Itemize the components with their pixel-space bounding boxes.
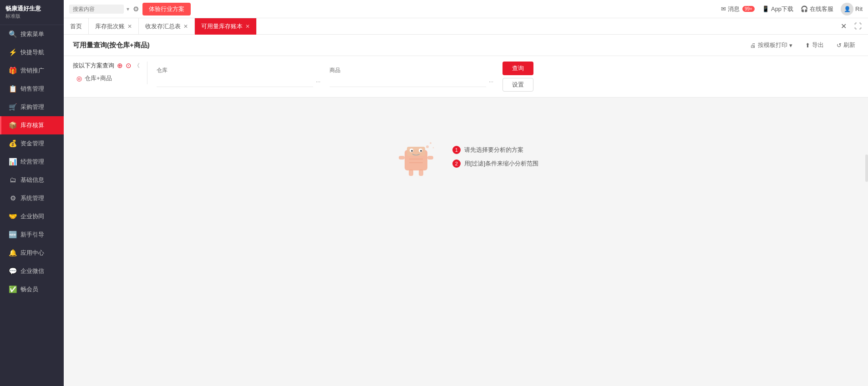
tab-batch-close[interactable]: ✕ — [127, 23, 132, 30]
tab-summary-close[interactable]: ✕ — [183, 23, 188, 30]
scheme-circle-icon: ◎ — [76, 75, 82, 82]
product-input[interactable] — [330, 76, 486, 87]
empty-tips: 1 请先选择要分析的方案 2 用[过滤]条件来缩小分析范围 — [452, 146, 538, 168]
right-scrollbar[interactable] — [865, 154, 868, 182]
system-icon: ⚙ — [9, 194, 17, 202]
sidebar-label-members: 畅会员 — [20, 285, 38, 293]
tab-batch[interactable]: 库存批次账 ✕ — [89, 18, 139, 35]
svg-rect-1 — [407, 147, 425, 156]
page-actions: 🖨 按模板打印 ▾ ⬆ 导出 ↺ 刷新 — [746, 39, 859, 51]
top-header-right: ✉ 消息 99+ 📱 App下载 🎧 在线客服 👤 Rit — [721, 3, 863, 15]
sidebar-item-marketing[interactable]: 🎁 营销推广 — [0, 62, 64, 80]
sidebar-item-wechat[interactable]: 💬 企业微信 — [0, 262, 64, 280]
top-header-left: ▾ ⚙ 体验行业方案 — [69, 3, 717, 15]
warehouse-input[interactable] — [157, 76, 313, 87]
sidebar-item-shortcut[interactable]: ⚡ 快捷导航 — [0, 43, 64, 62]
svg-point-13 — [430, 142, 431, 144]
product-label: 商品 — [330, 67, 493, 74]
trial-button[interactable]: 体验行业方案 — [142, 3, 191, 15]
sidebar-item-inventory[interactable]: 📦 库存核算 — [0, 116, 64, 134]
print-icon: 🖨 — [750, 42, 756, 49]
svg-point-12 — [426, 145, 429, 148]
sidebar-item-search[interactable]: 🔍 搜索菜单 — [0, 25, 64, 43]
tab-available[interactable]: 可用量库存账本 ✕ — [195, 18, 257, 35]
page-title: 可用量查询(按仓库+商品) — [73, 41, 150, 50]
message-icon: ✉ — [721, 5, 726, 12]
add-scheme-icon[interactable]: ⊕ — [117, 62, 123, 70]
sidebar-item-finance[interactable]: 💰 资金管理 — [0, 134, 64, 153]
messages-badge: 99+ — [742, 6, 755, 12]
sidebar-label-apps: 应用中心 — [20, 249, 44, 257]
print-button[interactable]: 🖨 按模板打印 ▾ — [746, 39, 796, 51]
main-area: ▾ ⚙ 体验行业方案 ✉ 消息 99+ 📱 App下载 🎧 在线客服 👤 — [64, 0, 868, 386]
filter-right-panel: 仓库 ··· 商品 ··· 查询 设置 — [157, 62, 859, 92]
tip-num-1: 1 — [452, 146, 461, 154]
sales-icon: 📋 — [9, 85, 17, 93]
tab-available-close[interactable]: ✕ — [245, 23, 250, 30]
sidebar: 畅康通好生意 标准版 🔍 搜索菜单 ⚡ 快捷导航 🎁 营销推广 📋 销售管理 🛒… — [0, 0, 64, 386]
collapse-arrow-icon[interactable]: 《 — [134, 62, 140, 70]
sidebar-item-apps[interactable]: 🔔 应用中心 — [0, 244, 64, 262]
sidebar-item-enterprise[interactable]: 🤝 企业协同 — [0, 207, 64, 226]
sidebar-item-operations[interactable]: 📊 经营管理 — [0, 153, 64, 171]
inventory-icon: 📦 — [9, 121, 17, 129]
user-profile[interactable]: 👤 Rit — [841, 3, 863, 15]
warehouse-more-btn[interactable]: ··· — [316, 78, 320, 85]
tab-home[interactable]: 首页 — [64, 18, 89, 35]
product-more-btn[interactable]: ··· — [489, 78, 493, 85]
sidebar-item-basics[interactable]: 🗂 基础信息 — [0, 171, 64, 189]
gear-button[interactable]: ⚙ — [132, 4, 140, 14]
empty-state: 1 请先选择要分析的方案 2 用[过滤]条件来缩小分析范围 — [64, 98, 868, 216]
query-button[interactable]: 查询 — [503, 62, 533, 75]
settings-scheme-icon[interactable]: ⊙ — [126, 62, 132, 70]
refresh-icon: ↺ — [837, 42, 842, 49]
sidebar-item-guide[interactable]: 🆕 新手引导 — [0, 226, 64, 244]
filter-area: 按以下方案查询 ⊕ ⊙ 《 ◎ 仓库+商品 仓库 ··· — [64, 56, 868, 98]
sidebar-item-purchase[interactable]: 🛒 采购管理 — [0, 98, 64, 116]
messages-action[interactable]: ✉ 消息 99+ — [721, 5, 755, 13]
product-input-row: ··· — [330, 76, 493, 87]
app-download-action[interactable]: 📱 App下载 — [762, 5, 793, 13]
filter-scheme-label: 按以下方案查询 — [73, 62, 114, 70]
warehouse-input-row: ··· — [157, 76, 320, 87]
refresh-button[interactable]: ↺ 刷新 — [833, 39, 859, 51]
sidebar-label-basics: 基础信息 — [20, 176, 44, 184]
empty-illustration — [393, 134, 439, 180]
warehouse-filter-field: 仓库 ··· — [157, 67, 320, 87]
tab-summary[interactable]: 收发存汇总表 ✕ — [139, 18, 195, 35]
company-name: 畅康通好生意 — [5, 5, 58, 13]
apps-icon: 🔔 — [9, 249, 17, 257]
phone-icon: 📱 — [762, 5, 769, 12]
sidebar-label-system: 系统管理 — [20, 194, 44, 202]
sidebar-label-operations: 经营管理 — [20, 158, 44, 166]
scheme-item[interactable]: ◎ 仓库+商品 — [73, 72, 116, 84]
top-header: ▾ ⚙ 体验行业方案 ✉ 消息 99+ 📱 App下载 🎧 在线客服 👤 — [64, 0, 868, 18]
wechat-icon: 💬 — [9, 267, 17, 275]
tip-text-1: 请先选择要分析的方案 — [464, 146, 523, 154]
sidebar-label-finance: 资金管理 — [20, 139, 44, 148]
tip-num-2: 2 — [452, 160, 461, 168]
tabs-expand-button[interactable]: ⛶ — [852, 20, 864, 33]
svg-rect-10 — [409, 170, 413, 176]
settings-button[interactable]: 设置 — [503, 78, 533, 92]
sidebar-item-sales[interactable]: 📋 销售管理 — [0, 80, 64, 98]
sidebar-label-guide: 新手引导 — [20, 231, 44, 239]
user-name: Rit — [855, 5, 863, 12]
sidebar-item-system[interactable]: ⚙ 系统管理 — [0, 189, 64, 207]
tab-available-label: 可用量库存账本 — [201, 22, 243, 31]
export-button[interactable]: ⬆ 导出 — [802, 39, 827, 51]
sidebar-logo: 畅康通好生意 标准版 — [0, 0, 64, 25]
tip-text-2: 用[过滤]条件来缩小分析范围 — [464, 160, 538, 168]
empty-tip-1: 1 请先选择要分析的方案 — [452, 146, 538, 154]
filter-actions: 查询 设置 — [503, 62, 533, 92]
sidebar-label-wechat: 企业微信 — [20, 267, 44, 275]
members-icon: ✅ — [9, 285, 17, 293]
dropdown-arrow-icon[interactable]: ▾ — [127, 6, 129, 12]
operations-icon: 📊 — [9, 158, 17, 166]
tabs-close-button[interactable]: ✕ — [837, 20, 850, 33]
online-service-action[interactable]: 🎧 在线客服 — [801, 5, 833, 13]
breadcrumb-input[interactable] — [69, 5, 124, 14]
sidebar-label-enterprise: 企业协同 — [20, 212, 44, 221]
svg-point-5 — [420, 150, 422, 152]
sidebar-item-members[interactable]: ✅ 畅会员 — [0, 280, 64, 299]
